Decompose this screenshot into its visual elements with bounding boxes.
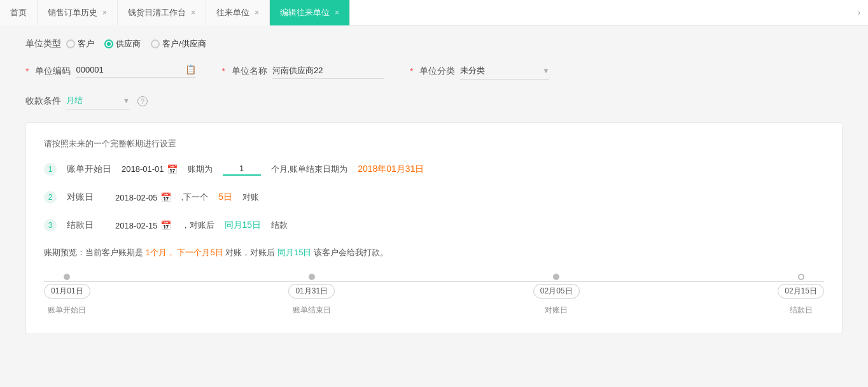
radio-group-unit-type: 客户 供应商 客户/供应商	[66, 38, 206, 50]
date-value-2: 2018-02-05	[115, 193, 158, 202]
row3-desc-highlight: 同月15日	[225, 220, 262, 231]
unit-category-select[interactable]: 未分类 ▼	[460, 62, 549, 80]
timeline-badge-2: 01月31日	[288, 284, 335, 299]
card-description: 请按照未来的一个完整帐期进行设置	[44, 138, 824, 150]
unit-name-group: * 单位名称	[221, 64, 384, 79]
tab-sales-history[interactable]: 销售订单历史 ×	[38, 0, 118, 25]
payment-terms-group: 收款条件 月结 ▼ ?	[25, 92, 148, 109]
timeline-point-1: 01月01日 账单开始日	[44, 274, 90, 316]
tab-sales-history-label: 销售订单历史	[48, 7, 97, 18]
unit-type-row: 单位类型 客户 供应商 客户/供应商	[25, 38, 843, 50]
tab-partner-close[interactable]: ×	[255, 8, 259, 17]
tab-edit-partner[interactable]: 编辑往来单位 ×	[270, 0, 350, 25]
tab-partner[interactable]: 往来单位 ×	[206, 0, 270, 25]
timeline-point-3: 02月05日 对账日	[533, 274, 580, 316]
timeline-label-3: 对账日	[545, 305, 568, 316]
radio-both-circle	[151, 39, 160, 48]
payment-terms-row: 收款条件 月结 ▼ ?	[25, 92, 843, 109]
unit-type-label: 单位类型	[25, 38, 61, 50]
period-suffix-pre: 个月,账单结束日期为	[271, 164, 348, 175]
unit-name-star: *	[221, 66, 225, 76]
tab-cash-work[interactable]: 钱货日清工作台 ×	[118, 0, 206, 25]
row3-desc-suffix: 结款	[271, 220, 288, 231]
preview-part1: 1个月，	[146, 248, 175, 257]
payment-terms-help-icon[interactable]: ?	[137, 96, 148, 106]
unit-details-row: * 单位编码 📋 * 单位名称 * 单位分类 未分类 ▼	[25, 62, 843, 80]
timeline-badge-1: 01月01日	[44, 284, 90, 299]
radio-both[interactable]: 客户/供应商	[151, 38, 206, 50]
date-field-3: 2018-02-15 📅	[115, 220, 171, 230]
unit-category-label: 单位分类	[419, 66, 455, 77]
unit-code-icon[interactable]: 📋	[185, 64, 196, 74]
setting-row-3: 3 结款日 2018-02-15 📅 ，对账后 同月15日 结款	[44, 219, 824, 232]
timeline-dot-1	[64, 274, 70, 280]
row3-desc-prefix: ，对账后	[181, 220, 214, 231]
tab-edit-partner-close[interactable]: ×	[335, 8, 339, 17]
row2-desc-suffix: 对账	[242, 192, 259, 203]
timeline-label-1: 账单开始日	[48, 305, 86, 316]
timeline-dot-3	[553, 274, 559, 280]
timeline: 01月01日 账单开始日 01月31日 账单结束日 02月05日 对账日	[44, 274, 824, 316]
timeline-point-2: 01月31日 账单结束日	[288, 274, 335, 316]
timeline-points: 01月01日 账单开始日 01月31日 账单结束日 02月05日 对账日	[44, 274, 824, 316]
preview-text: 账期预览：当前客户账期是 1个月， 下一个月5日 对账，对账后 同月15日 该客…	[44, 247, 824, 258]
tabs-expand-btn[interactable]: ›	[850, 8, 868, 17]
preview-part3: 同月15日	[277, 248, 311, 257]
setting-label-2: 对账日	[67, 192, 105, 203]
timeline-badge-3: 02月05日	[533, 284, 580, 299]
setting-number-2: 2	[44, 191, 57, 204]
date-field-2: 2018-02-05 📅	[115, 192, 171, 202]
setting-label-1: 账单开始日	[67, 164, 111, 175]
unit-type-group: 单位类型 客户 供应商 客户/供应商	[25, 38, 206, 50]
radio-both-label: 客户/供应商	[162, 38, 206, 50]
unit-name-input[interactable]	[272, 64, 384, 79]
payment-terms-select[interactable]: 月结 ▼	[66, 92, 130, 109]
timeline-label-2: 账单结束日	[293, 305, 331, 316]
row2-desc-prefix: ,下一个	[181, 192, 209, 203]
calendar-icon-2[interactable]: 📅	[160, 192, 171, 202]
setting-number-3: 3	[44, 219, 57, 232]
period-prefix-1: 账期为	[188, 164, 213, 175]
tab-sales-history-close[interactable]: ×	[102, 8, 107, 17]
timeline-dot-4	[798, 274, 804, 280]
date-field-1: 2018-01-01 📅	[122, 164, 178, 174]
tab-cash-work-close[interactable]: ×	[191, 8, 195, 17]
tabs-bar: 首页 销售订单历史 × 钱货日清工作台 × 往来单位 × 编辑往来单位 × ›	[0, 0, 868, 25]
unit-category-arrow: ▼	[542, 67, 549, 74]
payment-terms-value: 月结	[66, 95, 118, 106]
tab-home[interactable]: 首页	[0, 0, 38, 25]
period-input[interactable]	[223, 162, 261, 176]
date-value-3: 2018-02-15	[115, 221, 158, 230]
timeline-label-4: 结款日	[790, 305, 813, 316]
calendar-icon-1[interactable]: 📅	[167, 164, 178, 174]
timeline-point-4: 02月15日 结款日	[778, 274, 824, 316]
tab-cash-work-label: 钱货日清工作台	[128, 7, 186, 18]
radio-customer-circle	[66, 39, 75, 48]
setting-row-2: 2 对账日 2018-02-05 📅 ,下一个 5日 对账	[44, 191, 824, 204]
unit-category-group: * 单位分类 未分类 ▼	[410, 62, 549, 80]
unit-code-label: 单位编码	[35, 66, 71, 77]
date-value-1: 2018-01-01	[122, 164, 164, 174]
preview-part2: 下一个月5日	[177, 248, 223, 257]
unit-category-value: 未分类	[460, 65, 537, 76]
payment-terms-label: 收款条件	[25, 95, 61, 107]
unit-code-group: * 单位编码 📋	[25, 64, 196, 78]
unit-code-input-wrapper: 📋	[76, 64, 196, 78]
setting-label-3: 结款日	[67, 220, 105, 231]
radio-customer-label: 客户	[78, 38, 94, 50]
tab-home-label: 首页	[10, 7, 27, 18]
radio-customer[interactable]: 客户	[66, 38, 94, 50]
tab-partner-label: 往来单位	[216, 7, 249, 18]
unit-category-star: *	[410, 66, 413, 76]
radio-supplier-label: 供应商	[116, 38, 141, 50]
settings-card: 请按照未来的一个完整帐期进行设置 1 账单开始日 2018-01-01 📅 账期…	[25, 122, 843, 334]
radio-supplier-circle	[104, 39, 113, 48]
calendar-icon-3[interactable]: 📅	[160, 220, 171, 230]
period-end-date: 2018年01月31日	[358, 164, 424, 175]
unit-code-star: *	[25, 66, 29, 76]
row2-desc-highlight: 5日	[218, 192, 232, 203]
preview-end: 该客户会给我打款。	[314, 248, 388, 257]
unit-code-input[interactable]	[76, 65, 183, 74]
radio-supplier[interactable]: 供应商	[104, 38, 141, 50]
timeline-dot-2	[309, 274, 315, 280]
